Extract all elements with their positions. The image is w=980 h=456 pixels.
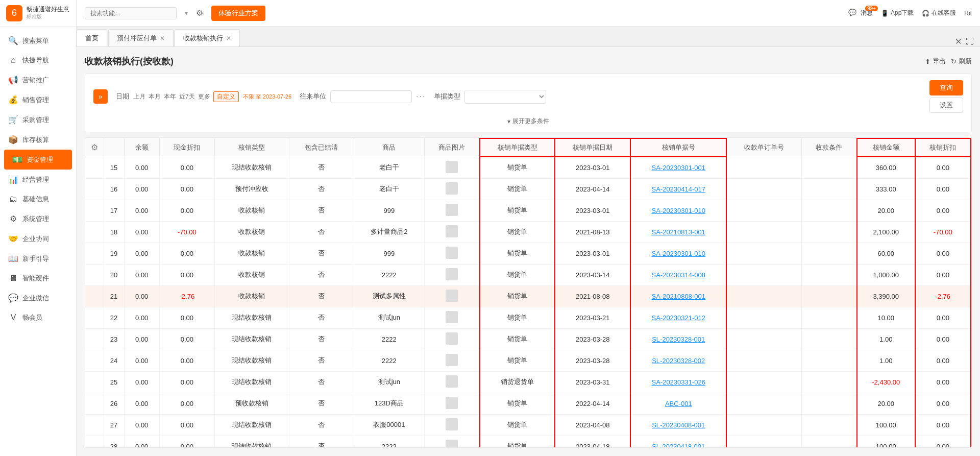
online-service[interactable]: 🎧 在线客服 (922, 9, 956, 17)
tab-home[interactable]: 首页 (77, 29, 107, 46)
cell-bill-type: 销货单 (480, 393, 555, 414)
topbar-search[interactable] (85, 7, 177, 19)
cell-product-image (424, 178, 480, 200)
filter-settings-btn[interactable]: 设置 (929, 98, 963, 113)
topbar-gear-icon[interactable]: ⚙ (196, 8, 203, 18)
sidebar-item-system[interactable]: ⚙系统管理 (0, 209, 76, 229)
cell-bill-no[interactable]: SA-20230331-026 (630, 371, 726, 393)
sidebar-item-wechat[interactable]: 💬企业微信 (0, 288, 76, 308)
sidebar-item-marketing[interactable]: 📢营销推广 (0, 70, 76, 90)
sidebar-item-label-search: 搜索菜单 (22, 36, 49, 45)
sidebar-item-sales[interactable]: 💰销售管理 (0, 90, 76, 110)
sidebar-item-inventory[interactable]: 📦库存核算 (0, 130, 76, 150)
wechat-icon: 💬 (8, 293, 18, 303)
quicknav-icon: ⌂ (8, 56, 18, 65)
topbar-chevron-icon[interactable]: ▾ (185, 10, 188, 17)
cell-include-settled: 否 (289, 350, 354, 371)
app-download[interactable]: 📱 App下载 (881, 9, 914, 17)
notify-icon[interactable]: 💬 99+ 消息 (848, 9, 873, 17)
filter-date-this-year[interactable]: 本年 (164, 92, 176, 101)
cell-bill-no[interactable]: SA-20210813-001 (630, 221, 726, 243)
sidebar-item-hardware[interactable]: 🖥智能硬件 (0, 269, 76, 288)
filter-date-more[interactable]: 更多 (198, 92, 210, 101)
cell-bill-type: 销货单 (480, 178, 555, 200)
tab-expand-btn[interactable]: ⛶ (966, 37, 974, 46)
cell-writeoff-discount: 0.00 (915, 350, 971, 371)
tab-close-all-btn[interactable]: ✕ (955, 37, 962, 46)
sidebar-item-quicknav[interactable]: ⌂快捷导航 (0, 51, 76, 70)
cell-cash-discount: -70.00 (159, 221, 214, 243)
cell-receipt-order-no (726, 350, 801, 371)
refresh-btn[interactable]: ↻ 刷新 (951, 57, 972, 66)
cell-bill-no[interactable]: SL-20230418-001 (630, 436, 726, 448)
app-label: App下载 (891, 9, 914, 17)
sidebar-item-finance[interactable]: 💵资金管理 (4, 150, 72, 170)
sidebar-item-purchase[interactable]: 🛒采购管理 (0, 110, 76, 130)
col-receipt-cond: 收款条件 (801, 138, 857, 157)
table-row: 26 0.00 0.00 预收款核销 否 123D商品 销货单 2022-04-… (85, 393, 971, 414)
cell-writeoff-type: 现结收款核销 (214, 307, 289, 328)
filter-expand-more-btn[interactable]: ▾ 展开更多条件 (507, 117, 549, 126)
filter-partner-input[interactable] (330, 90, 412, 103)
cell-writeoff-amount: 100.00 (857, 436, 915, 448)
tab-prepay[interactable]: 预付冲应付单 ✕ (108, 29, 174, 46)
member-icon: V (8, 313, 18, 322)
tab-writeoff[interactable]: 收款核销执行 ✕ (175, 29, 240, 46)
cell-receipt-order-no (726, 307, 801, 328)
cell-bill-no[interactable]: SA-20230301-010 (630, 200, 726, 221)
service-label: 在线客服 (932, 9, 956, 17)
cell-writeoff-discount: 0.00 (915, 243, 971, 264)
cell-bill-no[interactable]: ABC-001 (630, 393, 726, 414)
filter-date-custom[interactable]: 自定义 (213, 91, 239, 102)
logo: 6 畅捷通谱好生意 标准版 (0, 0, 76, 27)
cell-bill-no[interactable]: SL-20230328-002 (630, 350, 726, 371)
filter-receipt-type-group: 单据类型 (434, 90, 546, 104)
export-btn[interactable]: ⬆ 导出 (925, 57, 946, 66)
topbar-right: 💬 99+ 消息 📱 App下载 🎧 在线客服 Rit (848, 9, 972, 17)
filter-expand-btn[interactable]: » (93, 89, 108, 104)
cell-writeoff-discount: -2.76 (915, 285, 971, 307)
cell-bill-date: 2023-03-14 (555, 264, 630, 285)
sidebar-item-label-system: 系统管理 (22, 214, 49, 224)
cell-receipt-cond (801, 264, 857, 285)
cell-receipt-cond (801, 371, 857, 393)
sidebar-item-guide[interactable]: 📖新手引导 (0, 249, 76, 269)
sidebar-item-business[interactable]: 📊经营管理 (0, 170, 76, 189)
cell-receipt-cond (801, 221, 857, 243)
sidebar-item-label-hardware: 智能硬件 (22, 274, 49, 283)
cell-writeoff-type: 收款核销 (214, 200, 289, 221)
cell-bill-no[interactable]: SA-20230321-012 (630, 307, 726, 328)
col-settings[interactable]: ⚙ (85, 138, 104, 157)
sidebar-item-collab[interactable]: 🤝企业协同 (0, 229, 76, 249)
user-info: Rit (964, 10, 972, 17)
sidebar-item-basic[interactable]: 🗂基础信息 (0, 189, 76, 209)
industry-btn[interactable]: 休验行业方案 (211, 6, 265, 21)
filter-date-7days[interactable]: 近7天 (179, 92, 195, 101)
table-row: 19 0.00 0.00 收款核销 否 999 销货单 2023-03-01 S… (85, 243, 971, 264)
col-include-settled: 包含已结清 (289, 138, 354, 157)
filter-receipt-type-select[interactable] (464, 90, 546, 104)
tab-prepay-close-icon[interactable]: ✕ (160, 35, 165, 42)
cell-bill-no[interactable]: SA-20210808-001 (630, 285, 726, 307)
col-settings-icon[interactable]: ⚙ (91, 143, 98, 152)
cell-bill-no[interactable]: SL-20230408-001 (630, 414, 726, 436)
filter-date-last-month[interactable]: 上月 (133, 92, 145, 101)
sidebar-item-member[interactable]: V畅会员 (0, 308, 76, 327)
main: ▾ ⚙ 休验行业方案 💬 99+ 消息 📱 App下载 🎧 在线客服 Rit 首… (77, 0, 980, 456)
tab-writeoff-close-icon[interactable]: ✕ (226, 35, 231, 42)
cell-bill-no[interactable]: SL-20230328-001 (630, 328, 726, 350)
cell-bill-no[interactable]: SA-20230414-017 (630, 178, 726, 200)
filter-query-btn[interactable]: 查询 (929, 80, 963, 95)
cell-product-image (424, 414, 480, 436)
cell-receipt-cond (801, 350, 857, 371)
system-icon: ⚙ (8, 214, 18, 224)
cell-bill-no[interactable]: SA-20230314-008 (630, 264, 726, 285)
cell-bill-no[interactable]: SA-20230301-010 (630, 243, 726, 264)
sidebar-item-search[interactable]: 🔍搜索菜单 (0, 31, 76, 51)
filter-date-this-month[interactable]: 本月 (149, 92, 161, 101)
sidebar-item-label-guide: 新手引导 (22, 254, 49, 263)
cell-bill-type: 销货单 (480, 285, 555, 307)
table-row: 15 0.00 0.00 现结收款核销 否 老白干 销货单 2023-03-01… (85, 157, 971, 178)
cell-product-image (424, 350, 480, 371)
cell-bill-no[interactable]: SA-20230301-001 (630, 157, 726, 178)
